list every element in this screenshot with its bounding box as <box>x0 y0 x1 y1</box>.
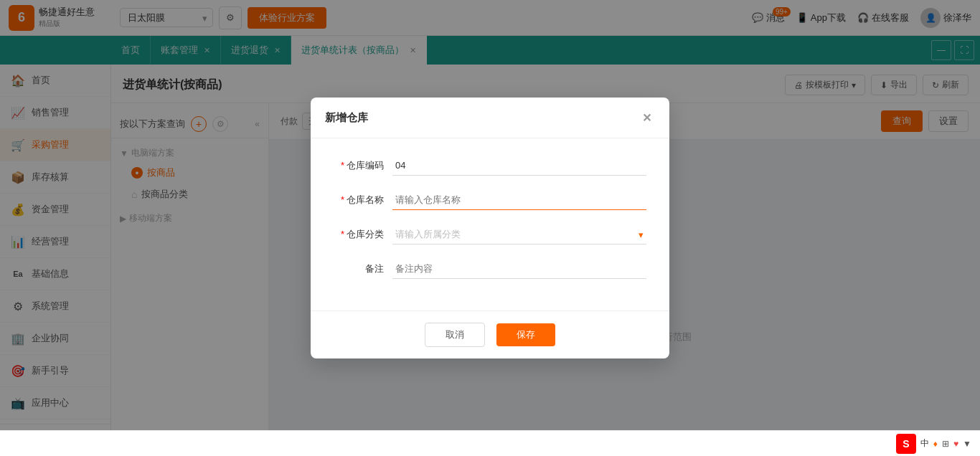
new-warehouse-dialog: 新增仓库 ✕ 仓库编码 仓库名称 仓库分类 请输入所属分类 <box>311 98 669 358</box>
code-label: 仓库编码 <box>334 159 384 172</box>
form-row-code: 仓库编码 <box>334 156 646 176</box>
dialog-title: 新增仓库 <box>325 111 368 125</box>
form-row-category: 仓库分类 请输入所属分类 <box>334 224 646 244</box>
cancel-button[interactable]: 取消 <box>425 323 485 347</box>
name-label: 仓库名称 <box>334 194 384 206</box>
code-input[interactable] <box>392 156 646 176</box>
dialog-header: 新增仓库 ✕ <box>311 98 669 138</box>
remark-label: 备注 <box>334 262 384 275</box>
save-button[interactable]: 保存 <box>496 323 555 346</box>
name-input[interactable] <box>392 190 646 210</box>
form-row-remark: 备注 <box>334 259 646 279</box>
remark-input[interactable] <box>392 259 646 279</box>
status-heart: ♥ <box>953 439 958 449</box>
status-grid: ⊞ <box>942 439 949 449</box>
status-dot: ♦ <box>933 439 938 449</box>
dialog-close-button[interactable]: ✕ <box>638 109 655 126</box>
category-label: 仓库分类 <box>334 228 384 241</box>
category-select-wrap: 请输入所属分类 <box>392 224 646 244</box>
status-bar: S 中 ♦ ⊞ ♥ ▼ <box>0 430 980 456</box>
dialog-overlay: 新增仓库 ✕ 仓库编码 仓库名称 仓库分类 请输入所属分类 <box>0 0 980 456</box>
s-logo-icon: S <box>896 434 916 454</box>
status-logo: S 中 ♦ ⊞ ♥ ▼ <box>896 434 971 454</box>
dialog-footer: 取消 保存 <box>311 310 669 358</box>
category-select[interactable]: 请输入所属分类 <box>392 224 646 244</box>
status-chevron: ▼ <box>963 439 971 449</box>
status-chinese: 中 <box>920 437 929 450</box>
dialog-body: 仓库编码 仓库名称 仓库分类 请输入所属分类 备注 <box>311 138 669 310</box>
form-row-name: 仓库名称 <box>334 190 646 210</box>
